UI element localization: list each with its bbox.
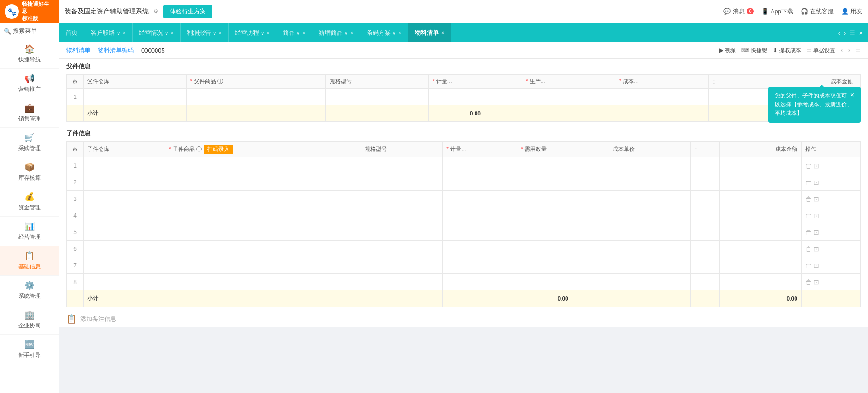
child-goods-6[interactable] [165,241,361,257]
child-cost-price-4[interactable] [609,207,691,224]
child-needed-qty-2[interactable] [517,174,609,191]
parent-warehouse-cell[interactable] [84,89,187,105]
tab-barcode[interactable]: 条码方案 ∨ × [360,23,408,42]
delete-icon-8[interactable]: 🗑 [805,278,812,286]
delete-icon-2[interactable]: 🗑 [805,179,812,186]
parent-unit-cell[interactable] [428,89,522,105]
tab-profit-close[interactable]: × [219,30,222,36]
child-cost-price-2[interactable] [609,174,691,191]
tab-goods-close[interactable]: × [302,30,305,36]
sidebar-item-system[interactable]: ⚙️ 系统管理 [0,276,59,305]
delete-icon-7[interactable]: 🗑 [805,262,812,269]
child-unit-5[interactable] [443,224,517,241]
tab-operation-status-close[interactable]: × [171,30,174,36]
child-needed-qty-8[interactable] [517,274,609,290]
child-th-settings[interactable]: ⚙ [67,142,84,157]
breadcrumb-bom[interactable]: 物料清单 [66,46,90,54]
child-spec-2[interactable] [361,174,443,191]
child-cost-price-7[interactable] [609,257,691,274]
child-needed-qty-1[interactable] [517,157,609,174]
search-menu[interactable]: 🔍 搜索菜单 [0,23,59,39]
child-needed-qty-4[interactable] [517,207,609,224]
extract-cost-button[interactable]: ⬇ 提取成本 [773,47,801,54]
child-goods-8[interactable] [165,274,361,290]
nav-prev-button[interactable]: ‹ [841,47,843,54]
delete-icon-5[interactable]: 🗑 [805,229,812,236]
child-spec-3[interactable] [361,191,443,207]
copy-icon-1[interactable]: ⊡ [814,162,819,169]
sidebar-item-quick-nav[interactable]: 🏠 快捷导航 [0,39,59,69]
single-settings-button[interactable]: ☰ 单据设置 [807,47,835,54]
tab-bom[interactable]: 物料清单 × [408,23,451,42]
sidebar-item-guide[interactable]: 🆕 新手引导 [0,335,59,364]
copy-icon-7[interactable]: ⊡ [814,262,819,269]
tab-add-goods-close[interactable]: × [350,30,353,36]
child-spec-6[interactable] [361,241,443,257]
parent-cost-cell[interactable] [615,89,709,105]
child-spec-4[interactable] [361,207,443,224]
child-warehouse-6[interactable] [84,241,165,257]
sidebar-item-enterprise[interactable]: 🏢 企业协同 [0,305,59,335]
child-cost-price-5[interactable] [609,224,691,241]
child-goods-1[interactable] [165,157,361,174]
online-service-button[interactable]: 🎧 在线客服 [801,7,834,16]
tab-operation-status[interactable]: 经营情况 ∨ × [133,23,181,42]
user-button[interactable]: 👤 用友 [841,7,862,16]
delete-icon-6[interactable]: 🗑 [805,245,812,253]
child-unit-8[interactable] [443,274,517,290]
app-download-button[interactable]: 📱 App下载 [761,7,793,16]
child-spec-5[interactable] [361,224,443,241]
child-spec-7[interactable] [361,257,443,274]
child-warehouse-4[interactable] [84,207,165,224]
sidebar-item-basic[interactable]: 📋 基础信息 [0,246,59,276]
child-unit-6[interactable] [443,241,517,257]
shortcut-button[interactable]: ⌨ 快捷键 [741,47,767,54]
try-industry-button[interactable]: 体验行业方案 [163,5,212,18]
child-needed-qty-7[interactable] [517,257,609,274]
tab-customers-close[interactable]: × [123,30,126,36]
child-unit-7[interactable] [443,257,517,274]
child-unit-3[interactable] [443,191,517,207]
tab-nav-next[interactable]: › [842,30,848,36]
parent-goods-cell[interactable] [186,89,326,105]
child-goods-5[interactable] [165,224,361,241]
copy-icon-4[interactable]: ⊡ [814,212,819,219]
tab-menu-icon[interactable]: ☰ [848,30,857,36]
tab-operation-history-close[interactable]: × [267,30,270,36]
list-view-button[interactable]: ☰ [856,47,861,54]
child-goods-3[interactable] [165,191,361,207]
settings-icon[interactable]: ⚙ [153,8,159,15]
child-cost-price-1[interactable] [609,157,691,174]
parent-spec-cell[interactable] [326,89,429,105]
parent-production-cell[interactable] [522,89,615,105]
child-cost-price-3[interactable] [609,191,691,207]
child-goods-2[interactable] [165,174,361,191]
add-note-label[interactable]: 添加备注信息 [80,315,116,323]
copy-icon-8[interactable]: ⊡ [814,278,819,286]
child-unit-1[interactable] [443,157,517,174]
tab-home[interactable]: 首页 [59,23,84,42]
child-warehouse-2[interactable] [84,174,165,191]
child-unit-4[interactable] [443,207,517,224]
child-cost-price-6[interactable] [609,241,691,257]
child-needed-qty-3[interactable] [517,191,609,207]
child-cost-price-8[interactable] [609,274,691,290]
copy-icon-2[interactable]: ⊡ [814,179,819,186]
child-goods-7[interactable] [165,257,361,274]
parent-th-settings[interactable]: ⚙ [67,75,84,89]
child-needed-qty-5[interactable] [517,224,609,241]
child-goods-4[interactable] [165,207,361,224]
copy-icon-6[interactable]: ⊡ [814,245,819,253]
delete-icon-4[interactable]: 🗑 [805,212,812,219]
nav-next-button[interactable]: › [848,47,850,54]
tab-operation-history[interactable]: 经营历程 ∨ × [229,23,277,42]
tab-bom-close[interactable]: × [441,30,444,36]
tab-nav-prev[interactable]: ‹ [837,30,842,36]
tab-profit-report[interactable]: 利润报告 ∨ × [181,23,229,42]
child-needed-qty-6[interactable] [517,241,609,257]
sidebar-item-inventory[interactable]: 📦 库存核算 [0,157,59,187]
sidebar-item-marketing[interactable]: 📢 营销推广 [0,69,59,98]
message-button[interactable]: 💬 消息 6 [723,7,754,16]
sidebar-item-finance[interactable]: 💰 资金管理 [0,187,59,217]
tab-barcode-close[interactable]: × [398,30,401,36]
